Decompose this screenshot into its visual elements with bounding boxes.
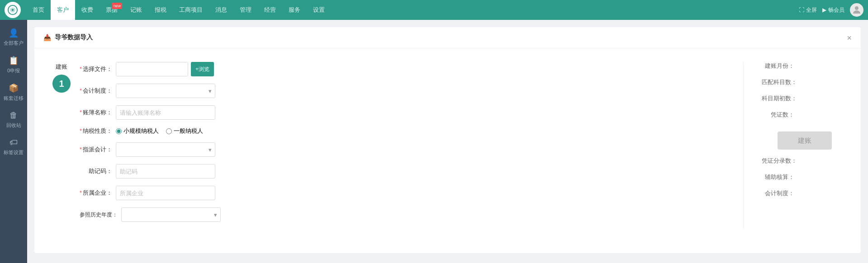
import-panel: 📥 导爷数据导入 × 建账 1 *选择文件： xyxy=(34,27,861,253)
all-customers-icon: 👤 xyxy=(9,28,19,38)
nav-fee[interactable]: 收费 xyxy=(75,0,100,20)
file-label: *选择文件： xyxy=(80,65,116,73)
subject-initial-row: 科目期初数： xyxy=(762,94,843,103)
nav-home[interactable]: 首页 xyxy=(26,0,51,20)
right-accounting-system-label: 会计制度： xyxy=(762,189,798,197)
accounting-month-row: 建账月份： xyxy=(762,62,843,70)
nav-settings[interactable]: 设置 xyxy=(307,0,331,20)
form-left: 建账 1 *选择文件： +浏览 xyxy=(52,62,734,229)
nav-invoice[interactable]: 票据 new xyxy=(100,0,124,20)
voucher-count-row: 凭证数： xyxy=(762,111,843,119)
file-row: *选择文件： +浏览 xyxy=(80,62,734,76)
nav-manage[interactable]: 管理 xyxy=(233,0,258,20)
step-label: 建账 xyxy=(56,63,67,71)
voucher-entry-row: 凭证分录数： xyxy=(762,157,843,165)
tax-type-label: *纳税性质： xyxy=(80,127,116,135)
sidebar-item-tags[interactable]: 🏷 标签设置 xyxy=(0,133,27,160)
form-right: 建账月份： 匹配科目数： 科目期初数： 凭证数： xyxy=(743,62,843,229)
assign-accountant-row: *指派会计： xyxy=(80,142,734,157)
tax-type-row: *纳税性质： 小规模纳税人 一般纳税人 xyxy=(80,127,734,135)
step-circle: 1 xyxy=(52,75,71,93)
historical-year-label: 参照历史年度： xyxy=(80,211,121,219)
svg-point-1 xyxy=(855,6,859,10)
browse-button[interactable]: +浏览 xyxy=(191,62,214,76)
historical-year-select[interactable] xyxy=(121,207,221,222)
ledger-name-input[interactable] xyxy=(116,105,215,120)
top-nav: 首页 客户 收费 票据 new 记账 报税 工商项目 消息 管理 经营 服务 设… xyxy=(0,0,868,20)
voucher-entry-label: 凭证分录数： xyxy=(762,157,801,165)
tax-small-label[interactable]: 小规模纳税人 xyxy=(116,127,159,135)
layout: 👤 全部客户 📋 0申报 📦 账套迁移 🗑 回收站 🏷 标签设置 📥 导爷数据导… xyxy=(0,20,868,263)
sidebar-item-all-customers[interactable]: 👤 全部客户 xyxy=(0,23,27,51)
nav-biz-project[interactable]: 工商项目 xyxy=(173,0,209,20)
match-subject-row: 匹配科目数： xyxy=(762,78,843,86)
assign-accountant-select[interactable] xyxy=(116,142,215,157)
memo-code-row: 助记码： xyxy=(80,164,734,178)
accounting-month-label: 建账月份： xyxy=(762,62,798,70)
affiliated-company-label: *所属企业： xyxy=(80,189,116,197)
panel-title-icon: 📥 xyxy=(43,34,51,41)
migrate-icon: 📦 xyxy=(9,83,19,93)
aux-accounting-row: 辅助核算： xyxy=(762,173,843,181)
fullscreen-icon: ⛶ xyxy=(799,7,804,13)
historical-year-wrap xyxy=(121,207,221,222)
affiliated-company-input[interactable] xyxy=(116,186,215,200)
play-icon: ▶ xyxy=(822,7,826,13)
tax-small-radio[interactable] xyxy=(116,128,122,134)
close-button[interactable]: × xyxy=(847,33,852,43)
nav-service[interactable]: 服务 xyxy=(282,0,307,20)
file-input[interactable] xyxy=(116,62,188,76)
main-content: 📥 导爷数据导入 × 建账 1 *选择文件： xyxy=(27,20,868,263)
aux-accounting-label: 辅助核算： xyxy=(762,173,798,181)
recycle-icon: 🗑 xyxy=(9,111,18,120)
historical-year-row: 参照历史年度： xyxy=(80,207,734,222)
match-subject-label: 匹配科目数： xyxy=(762,78,801,86)
accounting-system-label: *会计制度： xyxy=(80,87,116,95)
fullscreen-btn[interactable]: ⛶ 全屏 xyxy=(799,6,817,14)
ledger-name-label: *账簿名称： xyxy=(80,108,116,117)
zero-declare-icon: 📋 xyxy=(9,56,19,66)
nav-message[interactable]: 消息 xyxy=(209,0,233,20)
nav-bookkeeping[interactable]: 记账 xyxy=(124,0,148,20)
sidebar-item-zero-declare[interactable]: 📋 0申报 xyxy=(0,51,27,79)
voucher-count-label: 凭证数： xyxy=(762,111,798,119)
sidebar: 👤 全部客户 📋 0申报 📦 账套迁移 🗑 回收站 🏷 标签设置 xyxy=(0,20,27,263)
ledger-name-row: *账簿名称： xyxy=(80,105,734,120)
tax-type-group: 小规模纳税人 一般纳税人 xyxy=(116,127,203,135)
tax-general-label[interactable]: 一般纳税人 xyxy=(166,127,203,135)
member-btn[interactable]: ▶ 畅会员 xyxy=(822,6,844,14)
affiliated-company-row: *所属企业： xyxy=(80,186,734,200)
tags-icon: 🏷 xyxy=(9,138,18,147)
sidebar-item-migrate[interactable]: 📦 账套迁移 xyxy=(0,79,27,106)
form-area: 建账 1 *选择文件： +浏览 xyxy=(34,48,861,243)
memo-code-label: 助记码： xyxy=(80,167,116,175)
accounting-system-select[interactable] xyxy=(116,84,215,98)
tax-general-radio[interactable] xyxy=(166,128,172,134)
file-input-wrap: +浏览 xyxy=(116,62,734,76)
panel-title: 导爷数据导入 xyxy=(55,33,93,42)
accounting-system-wrap xyxy=(116,84,215,98)
nav-tax[interactable]: 报税 xyxy=(148,0,173,20)
memo-code-input[interactable] xyxy=(116,164,215,178)
nav-customer[interactable]: 客户 xyxy=(51,0,75,20)
nav-right: ⛶ 全屏 ▶ 畅会员 xyxy=(799,3,863,17)
subject-initial-label: 科目期初数： xyxy=(762,94,801,103)
panel-header: 📥 导爷数据导入 xyxy=(34,27,861,48)
build-account-button[interactable]: 建账 xyxy=(778,132,832,150)
app-logo xyxy=(5,2,21,18)
new-badge: new xyxy=(112,3,122,9)
assign-accountant-label: *指派会计： xyxy=(80,146,116,154)
right-accounting-system-row: 会计制度： xyxy=(762,189,843,197)
sidebar-item-recycle[interactable]: 🗑 回收站 xyxy=(0,106,27,133)
form-section: *选择文件： +浏览 *会计制度： xyxy=(80,62,734,229)
nav-operation[interactable]: 经营 xyxy=(258,0,282,20)
accounting-system-row: *会计制度： xyxy=(80,84,734,98)
assign-accountant-wrap xyxy=(116,142,215,157)
avatar[interactable] xyxy=(850,3,863,17)
